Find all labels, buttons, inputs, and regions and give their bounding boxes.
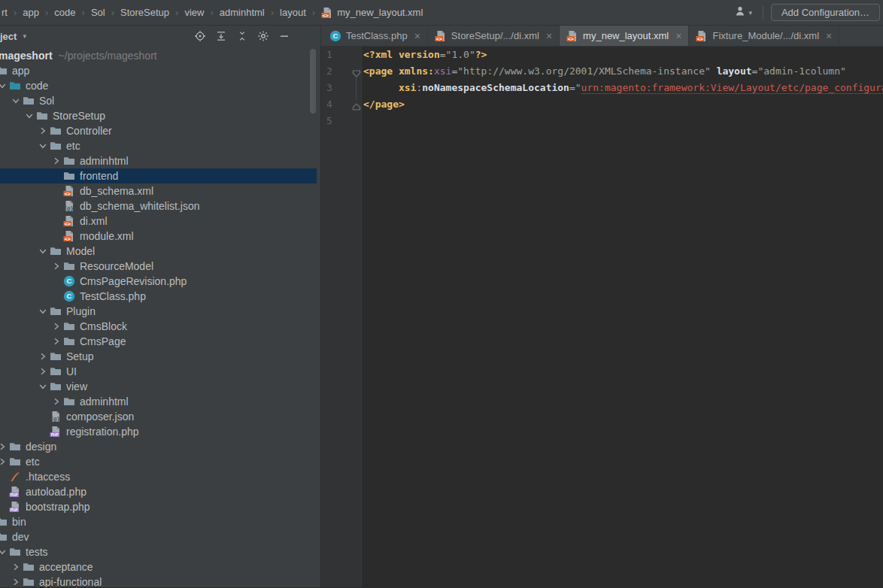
tree-item-di-xml[interactable]: <>di.xml [0, 214, 317, 229]
tree-item-acceptance[interactable]: acceptance [0, 559, 317, 574]
tree-item-db-schema-xml[interactable]: <>db_schema.xml [0, 183, 317, 199]
breadcrumb-item-my-new-layout-xml[interactable]: <>my_new_layout.xml [320, 7, 424, 19]
tree-item-cmspage[interactable]: CmsPage [0, 334, 317, 349]
tree-item-code[interactable]: code [0, 78, 317, 93]
code-token [711, 65, 717, 77]
tree-item-bootstrap-php[interactable]: PHPbootstrap.php [0, 499, 317, 514]
tree-item-resourcemodel[interactable]: ResourceModel [0, 259, 317, 274]
breadcrumb-item-sol[interactable]: Sol [90, 7, 107, 18]
tree-item-setup[interactable]: Setup [0, 349, 317, 364]
tree-item-cmspagerevision-php[interactable]: CCmsPageRevision.php [0, 274, 317, 289]
code-line[interactable]: <page xmlns:xsi="http://www.w3.org/2001/… [363, 63, 883, 80]
hide-icon[interactable] [278, 30, 290, 42]
breadcrumb-item-code[interactable]: code [53, 7, 77, 18]
tree-item-etc[interactable]: etc [0, 454, 317, 469]
tree-item-testclass-php[interactable]: CTestClass.php [0, 289, 317, 304]
chevron-down-icon[interactable] [0, 546, 8, 558]
chevron-right-icon[interactable] [37, 365, 49, 377]
chevron-right-icon[interactable] [50, 260, 62, 272]
tree-item-tests[interactable]: tests [0, 544, 317, 559]
settings-icon[interactable] [257, 30, 269, 42]
tree-item-bin[interactable]: bin [0, 514, 317, 529]
tree-item-cmsblock[interactable]: CmsBlock [0, 319, 317, 334]
code-line[interactable]: xsi:noNamespaceSchemaLocation="urn:magen… [363, 80, 883, 96]
breadcrumb-item-adminhtml[interactable]: adminhtml [218, 7, 266, 18]
close-icon[interactable]: × [675, 31, 681, 41]
chevron-slot [36, 426, 50, 438]
tree-item-module-xml[interactable]: <>module.xml [0, 229, 317, 244]
tree-item-design[interactable]: design [0, 439, 317, 454]
chevron-right-icon[interactable] [0, 456, 8, 468]
chevron-down-icon[interactable] [10, 95, 22, 107]
chevron-right-icon[interactable] [37, 350, 49, 362]
chevron-right-icon[interactable] [50, 320, 62, 332]
locate-icon[interactable] [194, 30, 206, 42]
code-token: urn:magento:framework:View/Layout/etc/pa… [581, 82, 883, 94]
add-configuration-button[interactable]: Add Configuration… [771, 4, 880, 21]
tree-item-dev[interactable]: dev [0, 529, 317, 544]
tab-fixture-module-di-xml[interactable]: <>Fixture_Module/.../di.xml× [689, 26, 839, 46]
tree-item-api-functional[interactable]: api-functional [0, 574, 317, 587]
tree-item-plugin[interactable]: Plugin [0, 304, 317, 319]
tab-storesetup-di-xml[interactable]: <>StoreSetup/.../di.xml× [428, 26, 560, 46]
tree-item-adminhtml[interactable]: adminhtml [0, 394, 317, 409]
collapse-all-icon[interactable] [236, 30, 248, 42]
chevron-down-icon[interactable] [37, 245, 49, 257]
breadcrumb-item-rt[interactable]: rt [0, 7, 9, 18]
close-icon[interactable]: × [414, 31, 420, 41]
user-menu[interactable]: ▾ [731, 4, 755, 21]
breadcrumb-item-layout[interactable]: layout [278, 7, 308, 18]
chevron-right-icon[interactable] [10, 576, 22, 587]
tree-item-controller[interactable]: Controller [0, 123, 317, 138]
project-tree[interactable]: mageshort~/projects/mageshortappcodeSolS… [0, 47, 321, 587]
tree-item-registration-php[interactable]: PHPregistration.php [0, 424, 317, 439]
tree-item-mageshort[interactable]: mageshort~/projects/mageshort [0, 48, 317, 63]
close-icon[interactable]: × [546, 31, 552, 41]
tree-item-storesetup[interactable]: StoreSetup [0, 108, 317, 123]
chevron-down-icon[interactable] [37, 380, 49, 393]
chevron-right-icon[interactable] [37, 125, 49, 137]
tree-item-sol[interactable]: Sol [0, 93, 317, 108]
tree-item-etc[interactable]: etc [0, 138, 317, 153]
code-line[interactable] [363, 113, 883, 129]
chevron-right-icon[interactable] [10, 561, 22, 573]
code-line[interactable]: </page> [363, 96, 883, 113]
tree-scrollbar-thumb[interactable] [310, 49, 316, 114]
code-editor[interactable]: 12345 <?xml version="1.0"?><page xmlns:x… [321, 47, 883, 587]
code-token: noNamespaceSchemaLocation [422, 82, 569, 93]
tree-item-model[interactable]: Model [0, 244, 317, 259]
tree-item-frontend[interactable]: frontend [0, 168, 317, 183]
breadcrumb-item-view[interactable]: view [183, 7, 205, 18]
chevron-down-icon[interactable] [37, 140, 49, 152]
tree-item-composer-json[interactable]: {@}composer.json [0, 409, 317, 424]
chevron-down-icon[interactable] [23, 110, 35, 122]
tree-item-adminhtml[interactable]: adminhtml [0, 153, 317, 168]
chevron-down-icon[interactable] [37, 305, 49, 317]
breadcrumb-item-storesetup[interactable]: StoreSetup [119, 7, 171, 18]
tree-item-app[interactable]: app [0, 63, 317, 78]
chevron-right-icon[interactable] [0, 441, 8, 453]
folder-icon [36, 110, 48, 122]
chevron-down-icon[interactable] [0, 80, 8, 92]
tree-item-autoload-php[interactable]: PHPautoload.php [0, 484, 317, 499]
chevron-right-icon[interactable] [50, 155, 62, 167]
project-tool-window-header[interactable]: ject ▾ [0, 26, 321, 47]
tab-my-new-layout-xml[interactable]: <>my_new_layout.xml× [560, 26, 689, 46]
folder-icon [63, 260, 75, 272]
fold-down-icon[interactable] [352, 67, 360, 75]
expand-all-icon[interactable] [215, 30, 227, 42]
tree-item-db-schema-whitelist-json[interactable]: {@}db_schema_whitelist.json [0, 199, 317, 214]
chevron-right-icon[interactable] [50, 335, 62, 347]
tree-item-htaccess[interactable]: .htaccess [0, 469, 317, 484]
fold-up-icon[interactable] [352, 100, 360, 108]
tree-item-view[interactable]: view [0, 379, 317, 394]
tree-item-ui[interactable]: UI [0, 364, 317, 379]
code-line[interactable]: <?xml version="1.0"?> [363, 47, 883, 63]
tree-item-label: bootstrap.php [26, 501, 90, 513]
breadcrumb-item-app[interactable]: app [21, 7, 41, 18]
chevron-right-icon[interactable] [50, 396, 62, 408]
file-xml-icon: <> [63, 185, 75, 197]
tab-testclass-php[interactable]: CTestClass.php× [323, 26, 428, 46]
editor-code-area[interactable]: <?xml version="1.0"?><page xmlns:xsi="ht… [362, 47, 883, 587]
close-icon[interactable]: × [826, 31, 832, 41]
